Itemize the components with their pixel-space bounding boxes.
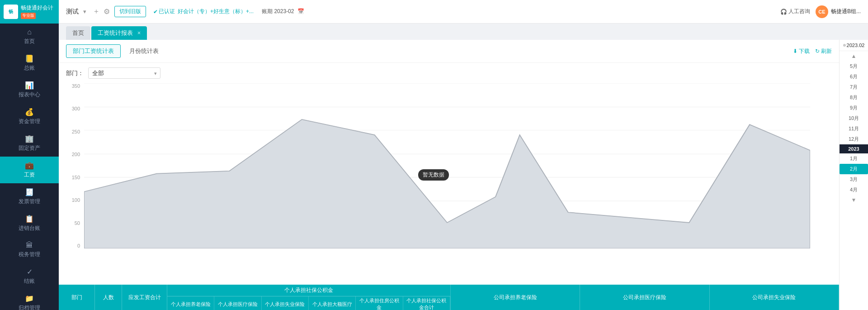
logo-badge: 专业版 bbox=[21, 13, 36, 19]
content-area: 首页 工资统计报表 × 部门工资统计表 月份统计表 bbox=[59, 24, 868, 310]
th-personal-total: 个人承担社保公积金合计 bbox=[403, 296, 450, 310]
tab-home[interactable]: 首页 bbox=[66, 26, 90, 40]
sidebar-nav: ⌂ 首页 📒 总账 📊 报表中心 💰 资金管理 🏢 固定资产 💼 工资 🧾 发票… bbox=[0, 24, 59, 310]
logo-text: 畅捷通好会计 专业版 bbox=[21, 5, 53, 19]
topbar-right: 🎧 人工咨询 CE 畅捷通B组... bbox=[780, 5, 861, 18]
add-icon[interactable]: ＋ bbox=[93, 7, 100, 16]
department-select-wrapper: 全部 部门1 部门2 ▾ bbox=[88, 67, 160, 79]
help-button[interactable]: 🎧 人工咨询 bbox=[780, 8, 810, 15]
sidebar-item-sales[interactable]: 📋 进销台账 bbox=[0, 210, 59, 237]
sidebar-item-label-sales: 进销台账 bbox=[19, 224, 40, 232]
th-personal-unemployment: 个人承担失业保险 bbox=[262, 296, 309, 310]
refresh-button[interactable]: ↻ 刷新 bbox=[815, 48, 832, 55]
tab-bar: 首页 工资统计报表 × bbox=[59, 24, 868, 40]
chart-svg-container: 暂无数据 bbox=[84, 83, 810, 248]
sub-tab-department[interactable]: 部门工资统计表 bbox=[66, 44, 121, 58]
salary-icon: 💼 bbox=[25, 161, 34, 170]
sidebar-item-invoice[interactable]: 🧾 发票管理 bbox=[0, 183, 59, 210]
tags-label: 好会计（专）+好生意（标）+... bbox=[178, 8, 254, 15]
tab-salary[interactable]: 工资统计报表 × bbox=[91, 26, 147, 40]
sidebar-item-label-checkout: 结账 bbox=[24, 277, 35, 285]
chart-svg bbox=[84, 83, 810, 248]
sidebar-item-label-home: 首页 bbox=[24, 38, 35, 45]
sidebar-item-reports[interactable]: 📊 报表中心 bbox=[0, 76, 59, 103]
avatar: CE bbox=[816, 5, 828, 18]
th-personal-group: 个人承担社保公积金 个人承担养老保险 个人承担医疗保险 个人承担失业保险 个人承… bbox=[167, 285, 451, 310]
sub-tab-month[interactable]: 月份统计表 bbox=[123, 44, 165, 58]
tab-close-icon[interactable]: × bbox=[137, 29, 141, 36]
y-100: 100 bbox=[72, 197, 82, 203]
chart-area-path bbox=[84, 119, 810, 248]
date-nav-down[interactable]: ▼ bbox=[840, 195, 868, 205]
logo-icon: 畅 bbox=[4, 5, 18, 19]
date-month-9[interactable]: 9月 bbox=[840, 103, 868, 113]
main-area: 测试 ▾ ＋ ⚙ 切到旧版 ✔ 已认证 好会计（专）+好生意（标）+... 账期… bbox=[59, 0, 868, 310]
th-personal-medical: 个人承担医疗保险 bbox=[214, 296, 261, 310]
department-select[interactable]: 全部 部门1 部门2 bbox=[88, 67, 160, 79]
checkout-icon: ✓ bbox=[27, 267, 33, 276]
th-group-label: 个人承担社保公积金 bbox=[167, 285, 450, 296]
archive-icon: 📁 bbox=[25, 294, 34, 303]
sidebar-item-archive[interactable]: 📁 归档管理 bbox=[0, 290, 59, 310]
date-month-4-2023[interactable]: 4月 bbox=[840, 185, 868, 195]
ledger-icon: 📒 bbox=[25, 54, 34, 63]
y-50: 50 bbox=[75, 220, 82, 226]
th-group-cols: 个人承担养老保险 个人承担医疗保险 个人承担失业保险 个人承担大额医疗 个人承担… bbox=[167, 296, 450, 310]
filter-row: 部门： 全部 部门1 部门2 ▾ bbox=[59, 63, 839, 83]
date-sidebar: 2023.02 ▲ 5月 6月 7月 8月 9月 10月 11月 12月 202… bbox=[839, 40, 868, 310]
th-company-medical: 公司承担医疗保险 bbox=[580, 285, 709, 310]
date-month-10[interactable]: 10月 bbox=[840, 113, 868, 124]
sidebar-item-label-assets: 固定资产 bbox=[19, 144, 40, 152]
sidebar-item-tax[interactable]: 🏛 税务管理 bbox=[0, 237, 59, 263]
y-250: 250 bbox=[72, 129, 82, 134]
sidebar-item-label-reports: 报表中心 bbox=[19, 91, 40, 99]
sidebar-item-ledger[interactable]: 📒 总账 bbox=[0, 50, 59, 76]
th-company-unemployment: 公司承担失业保险 bbox=[710, 285, 839, 310]
sidebar-item-home[interactable]: ⌂ 首页 bbox=[0, 24, 59, 50]
check-icon: ✔ bbox=[153, 9, 158, 15]
sidebar-item-assets[interactable]: 🏢 固定资产 bbox=[0, 130, 59, 157]
date-current: 2023.02 bbox=[840, 40, 868, 51]
user-menu[interactable]: CE 畅捷通B组... bbox=[816, 5, 861, 18]
sidebar-item-label-invoice: 发票管理 bbox=[19, 198, 40, 205]
date-month-3-2023[interactable]: 3月 bbox=[840, 174, 868, 185]
funds-icon: 💰 bbox=[25, 108, 34, 116]
sidebar-item-checkout[interactable]: ✓ 结账 bbox=[0, 263, 59, 290]
th-total-salary: 应发工资合计 bbox=[122, 285, 167, 310]
date-month-7[interactable]: 7月 bbox=[840, 82, 868, 92]
reports-icon: 📊 bbox=[25, 81, 34, 90]
date-down-icon[interactable]: ▼ bbox=[849, 196, 859, 204]
sidebar-item-label-archive: 归档管理 bbox=[19, 304, 40, 310]
table-header: 部门 人数 应发工资合计 个人承担社保公积金 个人承担养老保险 个人承担医疗保险… bbox=[59, 285, 839, 310]
chart-inner: 350 300 250 200 150 100 50 0 bbox=[66, 83, 810, 258]
date-month-11[interactable]: 11月 bbox=[840, 124, 868, 134]
sidebar-item-funds[interactable]: 💰 资金管理 bbox=[0, 103, 59, 130]
y-200: 200 bbox=[72, 152, 82, 157]
sidebar-item-label-ledger: 总账 bbox=[24, 64, 35, 72]
date-nav-up[interactable]: ▲ bbox=[840, 51, 868, 61]
settings-icon[interactable]: ⚙ bbox=[104, 7, 110, 16]
date-month-1-2023[interactable]: 1月 bbox=[840, 153, 868, 164]
date-month-5[interactable]: 5月 bbox=[840, 61, 868, 72]
date-up-icon[interactable]: ▲ bbox=[849, 52, 859, 60]
sub-tabs: 部门工资统计表 月份统计表 ⬇ 下载 ↻ 刷新 bbox=[59, 40, 839, 63]
switch-button[interactable]: 切到旧版 bbox=[114, 6, 146, 17]
date-month-8[interactable]: 8月 bbox=[840, 92, 868, 103]
download-button[interactable]: ⬇ 下载 bbox=[793, 48, 810, 55]
calendar-icon[interactable]: 📅 bbox=[297, 8, 304, 14]
topbar-status: ✔ 已认证 好会计（专）+好生意（标）+... bbox=[153, 8, 254, 15]
date-year-2023: 2023 bbox=[840, 144, 868, 153]
th-company-pension: 公司承担养老保险 bbox=[451, 285, 580, 310]
date-month-2-2023[interactable]: 2月 bbox=[840, 164, 868, 174]
company-dropdown-icon[interactable]: ▾ bbox=[83, 8, 86, 15]
sidebar-item-salary[interactable]: 💼 工资 bbox=[0, 157, 59, 183]
sidebar-item-label-tax: 税务管理 bbox=[19, 251, 40, 258]
topbar: 测试 ▾ ＋ ⚙ 切到旧版 ✔ 已认证 好会计（专）+好生意（标）+... 账期… bbox=[59, 0, 868, 24]
page-body: 部门工资统计表 月份统计表 ⬇ 下载 ↻ 刷新 bbox=[59, 40, 839, 310]
date-month-12[interactable]: 12月 bbox=[840, 134, 868, 144]
y-axis: 350 300 250 200 150 100 50 0 bbox=[66, 83, 82, 248]
period-label: 账期 2023-02 📅 bbox=[262, 8, 304, 15]
date-month-6[interactable]: 6月 bbox=[840, 72, 868, 82]
y-0: 0 bbox=[77, 243, 82, 248]
download-icon: ⬇ bbox=[793, 48, 797, 54]
